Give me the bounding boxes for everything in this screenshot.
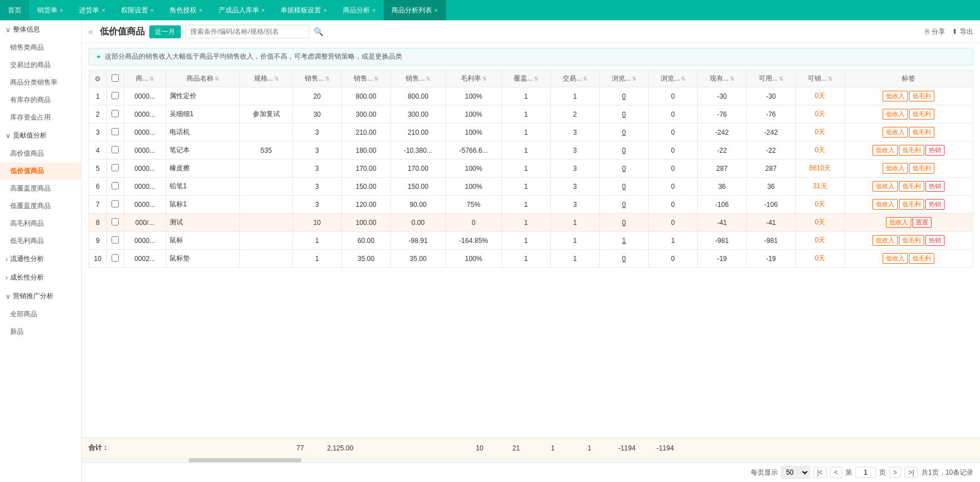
row-browse1[interactable]: 0: [599, 141, 648, 160]
row-select-checkbox[interactable]: [112, 182, 119, 189]
row-browse1[interactable]: 0: [599, 160, 648, 178]
col-cover[interactable]: 覆盖...⇅: [501, 70, 550, 87]
col-sale3[interactable]: 销售...⇅: [390, 70, 446, 87]
last-page-btn[interactable]: >|: [905, 467, 918, 478]
close-icon[interactable]: ×: [101, 7, 105, 14]
browse1-link[interactable]: 0: [622, 129, 626, 136]
page-input[interactable]: [856, 467, 876, 478]
row-checkbox[interactable]: [107, 87, 124, 105]
nav-sales-order[interactable]: 销货单 ×: [29, 0, 71, 20]
next-page-btn[interactable]: >: [889, 467, 901, 478]
nav-product-inbound[interactable]: 产成品入库单 ×: [211, 0, 273, 20]
sidebar-item-low-margin[interactable]: 低毛利商品: [0, 232, 81, 250]
nav-permissions[interactable]: 权限设置 ×: [113, 0, 162, 20]
nav-template-settings[interactable]: 单据模板设置 ×: [273, 0, 335, 20]
sidebar-group-contribution[interactable]: ∨ 贡献值分析: [0, 126, 81, 145]
nav-product-analysis[interactable]: 商品分析 ×: [335, 0, 384, 20]
col-sellable[interactable]: 可销...⇅: [795, 70, 844, 87]
browse1-link[interactable]: 1: [622, 237, 626, 245]
row-checkbox[interactable]: [107, 250, 124, 268]
sidebar-item-traded-goods[interactable]: 交易过的商品: [0, 56, 81, 74]
col-available[interactable]: 可用...⇅: [746, 70, 795, 87]
row-checkbox[interactable]: [107, 178, 124, 196]
browse1-link[interactable]: 0: [622, 92, 626, 100]
col-trade[interactable]: 交易...⇅: [550, 70, 599, 87]
nav-home[interactable]: 首页: [0, 0, 29, 20]
gear-icon[interactable]: ⚙: [95, 75, 101, 83]
share-btn[interactable]: ⎘ 分享: [925, 27, 945, 37]
row-checkbox[interactable]: [107, 214, 124, 232]
row-checkbox[interactable]: [107, 196, 124, 214]
row-select-checkbox[interactable]: [112, 236, 119, 244]
row-browse1[interactable]: 0: [599, 214, 648, 232]
row-select-checkbox[interactable]: [112, 146, 119, 153]
col-current[interactable]: 现有...⇅: [697, 70, 746, 87]
row-select-checkbox[interactable]: [112, 92, 119, 99]
row-select-checkbox[interactable]: [112, 110, 119, 117]
browse1-link[interactable]: 0: [622, 147, 626, 154]
row-select-checkbox[interactable]: [112, 200, 119, 207]
horizontal-scrollbar[interactable]: [82, 458, 980, 462]
search-input[interactable]: [185, 25, 309, 38]
nav-purchase-order[interactable]: 进货单 ×: [71, 0, 113, 20]
nav-role-auth[interactable]: 角色授权 ×: [162, 0, 210, 20]
row-browse1[interactable]: 0: [599, 87, 648, 105]
browse1-link[interactable]: 0: [622, 219, 626, 227]
row-checkbox[interactable]: [107, 160, 124, 178]
row-checkbox[interactable]: [107, 141, 124, 160]
sidebar-item-low-value[interactable]: 低价值商品: [0, 162, 81, 180]
sidebar-item-high-coverage[interactable]: 高覆盖度商品: [0, 180, 81, 197]
row-select-checkbox[interactable]: [112, 164, 119, 171]
row-select-checkbox[interactable]: [112, 254, 119, 262]
close-icon[interactable]: ×: [150, 7, 154, 14]
search-icon[interactable]: 🔍: [314, 27, 323, 36]
close-icon[interactable]: ×: [261, 7, 265, 14]
browse1-link[interactable]: 0: [622, 165, 626, 173]
sidebar-item-high-margin[interactable]: 高毛利商品: [0, 215, 81, 232]
export-btn[interactable]: ⬆ 导出: [952, 27, 973, 37]
row-checkbox[interactable]: [107, 123, 124, 141]
row-checkbox[interactable]: [107, 232, 124, 250]
date-filter-btn[interactable]: 近一月: [149, 25, 181, 38]
sidebar-group-growth[interactable]: › 成长性分析: [0, 268, 81, 287]
row-browse1[interactable]: 0: [599, 105, 648, 123]
close-icon[interactable]: ×: [434, 7, 438, 14]
close-icon[interactable]: ×: [323, 7, 327, 14]
row-browse1[interactable]: 0: [599, 123, 648, 141]
row-browse1[interactable]: 0: [599, 178, 648, 196]
sidebar-item-stock-funds[interactable]: 库存资金占用: [0, 109, 81, 126]
sidebar-item-new-goods[interactable]: 新品: [0, 323, 81, 341]
close-icon[interactable]: ×: [372, 7, 376, 14]
prev-page-btn[interactable]: <: [830, 467, 842, 478]
row-checkbox[interactable]: [107, 105, 124, 123]
select-all-checkbox[interactable]: [112, 74, 119, 82]
col-sale2[interactable]: 销售...⇅: [341, 70, 390, 87]
browse1-link[interactable]: 0: [622, 255, 626, 263]
col-gross-rate[interactable]: 毛利率⇅: [446, 70, 501, 87]
row-browse1[interactable]: 1: [599, 232, 648, 250]
close-icon[interactable]: ×: [60, 7, 63, 14]
col-browse2[interactable]: 浏览...⇅: [648, 70, 697, 87]
col-sale1[interactable]: 销售...⇅: [292, 70, 341, 87]
sidebar-item-sales-goods[interactable]: 销售类商品: [0, 39, 81, 56]
browse1-link[interactable]: 0: [622, 110, 626, 118]
col-code[interactable]: 商...⇅: [124, 70, 166, 87]
sidebar-item-low-coverage[interactable]: 低覆盖度商品: [0, 197, 81, 215]
sidebar-item-category-sales-rate[interactable]: 商品分类销售率: [0, 74, 81, 91]
sidebar-item-stock-goods[interactable]: 有库存的商品: [0, 91, 81, 109]
sidebar-group-circulation[interactable]: › 流通性分析: [0, 250, 81, 268]
sidebar-item-all-goods[interactable]: 全部商品: [0, 306, 81, 323]
sidebar-group-overview[interactable]: ∨ 整体信息: [0, 20, 81, 39]
col-name[interactable]: 商品名称⇅: [166, 70, 240, 87]
close-icon[interactable]: ×: [199, 7, 202, 14]
nav-analysis-list[interactable]: 商品分析列表 ×: [384, 0, 446, 20]
collapse-sidebar-btn[interactable]: «: [88, 27, 93, 36]
row-select-checkbox[interactable]: [112, 128, 119, 135]
browse1-link[interactable]: 0: [622, 201, 626, 209]
col-browse1[interactable]: 浏览...⇅: [599, 70, 648, 87]
sidebar-item-high-value[interactable]: 高价值商品: [0, 145, 81, 162]
page-size-select[interactable]: 50 100: [781, 466, 810, 479]
row-browse1[interactable]: 0: [599, 196, 648, 214]
row-select-checkbox[interactable]: [112, 218, 119, 225]
sidebar-group-marketing[interactable]: ∨ 营销推广分析: [0, 287, 81, 306]
